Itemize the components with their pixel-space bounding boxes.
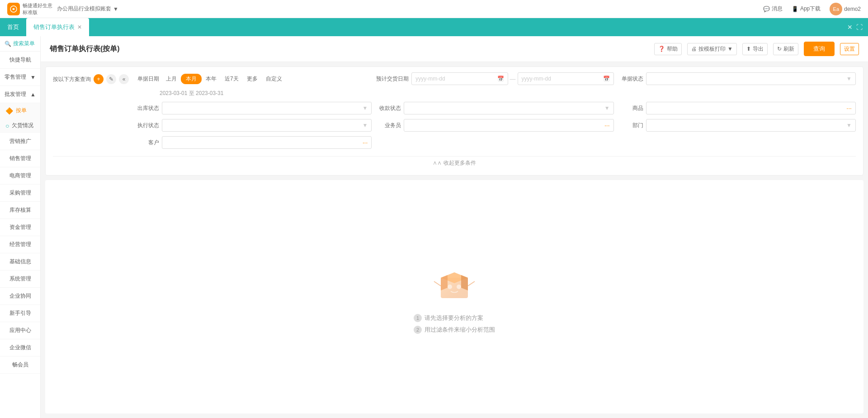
- sidebar-item-marketing[interactable]: 营销推广: [0, 133, 40, 150]
- tab-bar-right: ✕ ⛶: [847, 24, 868, 31]
- sidebar-item-wholesale-mgmt[interactable]: 批发管理 ▲: [0, 86, 40, 103]
- date-tabs: 上月 本月 本年 近7天 更多 自定义: [162, 73, 286, 85]
- date-tab-custom[interactable]: 自定义: [262, 73, 286, 85]
- tab-bar: 首页 销售订单执行表 ✕ ✕ ⛶: [0, 18, 868, 36]
- product-control[interactable]: ···: [646, 102, 856, 114]
- product-label: 商品: [618, 104, 643, 112]
- sidebar-item-finance-mgmt[interactable]: 资金管理: [0, 219, 40, 236]
- sidebar-sub-item-欠货情况[interactable]: ○ 欠货情况: [0, 118, 40, 133]
- collapse-up-icon: ∧∧: [433, 160, 443, 166]
- empty-hint-1: 1 请先选择要分析的方案: [414, 314, 495, 322]
- sidebar-sub-wholesale: 🔶 按单 ○ 欠货情况: [0, 103, 40, 133]
- svg-line-8: [468, 281, 475, 286]
- sidebar-item-inventory[interactable]: 库存核算: [0, 202, 40, 219]
- app-download-action[interactable]: 📱 App下载: [792, 5, 821, 13]
- date-tab-this-year[interactable]: 本年: [202, 73, 221, 85]
- account-dropdown[interactable]: 办公用品行业模拟账套 ▼: [57, 5, 118, 13]
- customer-control[interactable]: ···: [162, 136, 372, 149]
- receipt-status-control[interactable]: ▼: [404, 102, 613, 114]
- filter-panel: 按以下方案查询 + ✎ « 单据日期 上月: [45, 66, 863, 176]
- collapse-scheme-button[interactable]: «: [119, 74, 129, 84]
- header-right: 💬 消息 📱 App下载 Ea demo2: [763, 3, 861, 15]
- exec-status-control[interactable]: ▼: [162, 119, 372, 132]
- sales-person-label: 业务员: [376, 122, 401, 129]
- window-expand-icon[interactable]: ⛶: [856, 24, 863, 31]
- sidebar-item-basic-info[interactable]: 基础信息: [0, 253, 40, 271]
- edit-scheme-button[interactable]: ✎: [106, 74, 116, 84]
- doc-status-control[interactable]: ▼: [646, 72, 856, 85]
- page-header: 销售订单执行表(按单) ❓ 帮助 🖨 按模板打印 ▼ ⬆ 导出 ↻ 刷新: [41, 36, 868, 62]
- help-icon: ❓: [658, 46, 665, 52]
- empty-state: 1 请先选择要分析的方案 2 用过滤条件来缩小分析范围: [45, 180, 863, 413]
- expected-date-end[interactable]: yyyy-mm-dd 📅: [518, 72, 614, 85]
- logo-icon: [7, 3, 20, 15]
- sidebar-item-sys-mgmt[interactable]: 系统管理: [0, 271, 40, 288]
- sales-person-control[interactable]: ···: [404, 119, 613, 132]
- calendar-icon: 📅: [497, 76, 504, 82]
- date-tab-this-month[interactable]: 本月: [181, 74, 202, 84]
- sidebar-item-enterprise[interactable]: 企业协同: [0, 288, 40, 305]
- refresh-icon: ↻: [777, 46, 782, 52]
- hint-num-1: 1: [414, 314, 422, 322]
- add-scheme-button[interactable]: +: [94, 74, 104, 84]
- hint-num-2: 2: [414, 326, 422, 334]
- chevron-down-icon: ▼: [362, 122, 368, 128]
- customer-filter: 客户 ···: [134, 136, 372, 149]
- refresh-button[interactable]: ↻ 刷新: [773, 43, 798, 55]
- query-button[interactable]: 查询: [804, 42, 835, 56]
- sidebar-item-app-center[interactable]: 应用中心: [0, 322, 40, 339]
- sidebar-item-purchase-mgmt[interactable]: 采购管理: [0, 185, 40, 202]
- sidebar-item-quick-nav[interactable]: 快捷导航: [0, 52, 40, 69]
- svg-line-7: [434, 281, 441, 286]
- date-tab-last-month[interactable]: 上月: [162, 73, 181, 85]
- message-action[interactable]: 💬 消息: [763, 5, 783, 13]
- receipt-status-label: 收款状态: [376, 104, 401, 112]
- message-icon: 💬: [763, 6, 770, 12]
- dept-filter: 部门 ▼: [618, 119, 856, 132]
- tab-home[interactable]: 首页: [0, 18, 26, 36]
- empty-illustration: [432, 260, 477, 305]
- doc-status-filter: 单据状态 ▼: [618, 72, 856, 85]
- more-icon[interactable]: ···: [846, 104, 852, 112]
- page-title: 销售订单执行表(按单): [50, 44, 120, 54]
- exec-status-label: 执行状态: [134, 122, 159, 129]
- sidebar-item-corp-wechat[interactable]: 企业微信: [0, 339, 40, 356]
- date-tab-last7[interactable]: 近7天: [221, 73, 243, 85]
- avatar: Ea: [830, 3, 842, 15]
- svg-point-5: [448, 285, 452, 289]
- export-button[interactable]: ⬆ 导出: [742, 43, 768, 55]
- expected-date-filter: 预计交货日期 yyyy-mm-dd 📅 — yyyy-mm-dd 📅: [376, 72, 613, 85]
- more-icon[interactable]: ···: [363, 139, 368, 146]
- window-close-icon[interactable]: ✕: [847, 24, 853, 31]
- out-stock-control[interactable]: ▼: [162, 102, 372, 114]
- sidebar-sub-item-按单[interactable]: 🔶 按单: [0, 103, 40, 118]
- export-icon: ⬆: [746, 46, 751, 52]
- sidebar-item-ops-mgmt[interactable]: 经营管理: [0, 236, 40, 253]
- page-actions: ❓ 帮助 🖨 按模板打印 ▼ ⬆ 导出 ↻ 刷新 查询: [654, 42, 859, 56]
- sidebar-item-newbie[interactable]: 新手引导: [0, 305, 40, 322]
- sidebar-item-member[interactable]: 畅会员: [0, 356, 40, 374]
- print-button[interactable]: 🖨 按模板打印 ▼: [687, 43, 737, 55]
- expected-date-start[interactable]: yyyy-mm-dd 📅: [411, 72, 508, 85]
- print-icon: 🖨: [691, 46, 697, 52]
- date-tab-more[interactable]: 更多: [243, 73, 262, 85]
- sidebar-item-retail-mgmt[interactable]: 零售管理 ▼: [0, 69, 40, 86]
- settings-button[interactable]: 设置: [840, 43, 859, 55]
- sidebar-item-ecom-mgmt[interactable]: 电商管理: [0, 167, 40, 185]
- user-profile[interactable]: Ea demo2: [830, 3, 861, 15]
- collapse-more-bar[interactable]: ∧∧ 收起更多条件: [53, 156, 856, 170]
- dept-control[interactable]: ▼: [646, 119, 856, 132]
- chevron-down-icon: ▼: [604, 105, 610, 111]
- tab-close-icon[interactable]: ✕: [77, 24, 82, 30]
- sidebar-item-sales-mgmt[interactable]: 销售管理: [0, 150, 40, 167]
- sales-person-filter: 业务员 ···: [376, 119, 613, 132]
- doc-status-label: 单据状态: [618, 75, 643, 83]
- tab-sales-exec[interactable]: 销售订单执行表 ✕: [26, 18, 89, 36]
- chevron-down-icon: ▼: [846, 76, 852, 82]
- more-icon[interactable]: ···: [604, 122, 610, 129]
- top-header: 畅捷通好生意 标准版 办公用品行业模拟账套 ▼ 💬 消息 📱 App下载 Ea …: [0, 0, 868, 18]
- sidebar-search[interactable]: 🔍 搜索菜单: [0, 36, 40, 52]
- help-button[interactable]: ❓ 帮助: [654, 43, 682, 55]
- chevron-right-icon: ▼: [30, 74, 36, 81]
- print-chevron-icon: ▼: [727, 46, 733, 52]
